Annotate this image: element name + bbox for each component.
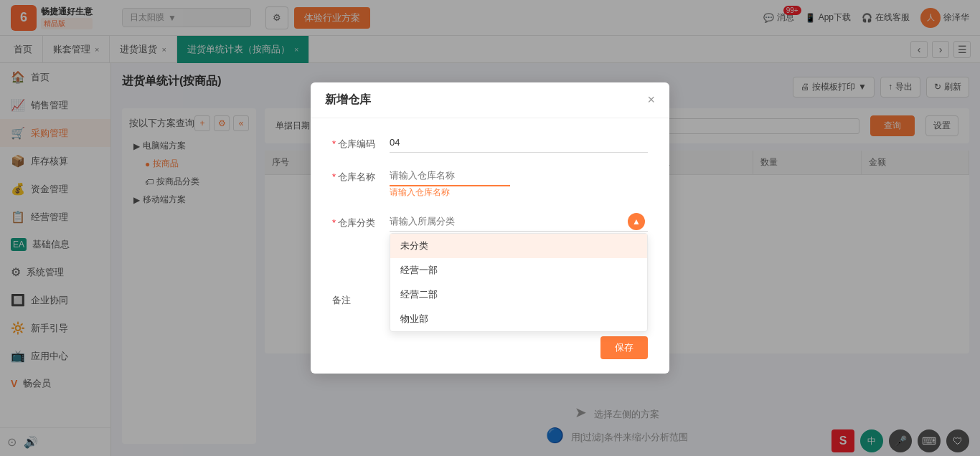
name-error-msg: 请输入仓库名称 [390, 186, 450, 199]
modal-body: 仓库编码 仓库名称 请输入仓库名称 仓库分类 ▲ [311, 118, 669, 336]
form-row-name: 仓库名称 请输入仓库名称 [332, 166, 648, 199]
modal-header: 新增仓库 × [311, 82, 669, 118]
modal-footer: 保存 [311, 336, 669, 359]
dropdown-item-dept3[interactable]: 物业部 [390, 307, 647, 331]
category-dropdown-list: 未分类 经营一部 经营二部 物业部 [390, 233, 648, 332]
category-input[interactable] [390, 212, 648, 232]
note-label: 备注 [332, 289, 390, 307]
form-row-code: 仓库编码 [332, 133, 648, 153]
dropdown-item-dept2[interactable]: 经营二部 [390, 282, 647, 307]
new-warehouse-modal: 新增仓库 × 仓库编码 仓库名称 请输入仓库名称 仓库分类 [311, 82, 669, 374]
name-input-wrapper [390, 166, 648, 186]
modal-close-button[interactable]: × [647, 92, 655, 108]
code-input[interactable] [390, 133, 648, 153]
dropdown-item-unclassified[interactable]: 未分类 [390, 234, 647, 258]
name-input[interactable] [390, 166, 510, 186]
category-select-wrapper: ▲ 未分类 经营一部 经营二部 物业部 [390, 212, 648, 232]
code-label: 仓库编码 [332, 133, 390, 151]
name-label: 仓库名称 [332, 166, 390, 184]
form-row-category: 仓库分类 ▲ 未分类 经营一部 经营二部 物业部 [332, 212, 648, 232]
dropdown-item-dept1[interactable]: 经营一部 [390, 258, 647, 282]
save-button[interactable]: 保存 [600, 336, 648, 359]
category-label: 仓库分类 [332, 212, 390, 229]
category-dropdown-arrow-icon[interactable]: ▲ [628, 213, 645, 230]
modal-title: 新增仓库 [325, 92, 371, 108]
